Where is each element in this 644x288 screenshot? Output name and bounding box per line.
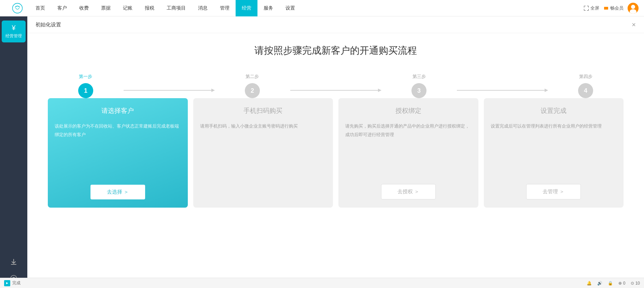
status-bar-left: ▶ 完成 bbox=[4, 280, 20, 286]
step-node-2: 第二步 2 bbox=[214, 74, 290, 98]
status-volume-icon: 🔊 bbox=[597, 281, 602, 286]
member-button[interactable]: 畅会员 bbox=[603, 5, 624, 11]
sidebar-download-button[interactable] bbox=[5, 255, 22, 269]
main-content: 初始化设置 × 请按照步骤完成新客户的开通购买流程 第一步 1 bbox=[27, 16, 644, 288]
step-node-4: 第四步 4 bbox=[548, 74, 624, 98]
card-title-1: 请选择客户 bbox=[55, 106, 181, 115]
cards-row: 请选择客户 该处展示的客户为不在回收站、客户状态正常建账后完成老板端绑定的所有客… bbox=[48, 98, 624, 208]
page-title: 初始化设置 bbox=[36, 22, 61, 28]
user-avatar[interactable] bbox=[628, 3, 639, 14]
step-label-4: 第四步 bbox=[579, 74, 592, 80]
status-text: 完成 bbox=[12, 280, 20, 286]
nav-item-manage[interactable]: 管理 bbox=[214, 0, 236, 16]
page-header: 初始化设置 × bbox=[27, 16, 644, 33]
go-authorize-button[interactable]: 去授权 ＞ bbox=[381, 184, 436, 199]
step-card-1: 请选择客户 该处展示的客户为不在回收站、客户状态正常建账后完成老板端绑定的所有客… bbox=[48, 98, 188, 208]
step-circle-1: 1 bbox=[78, 83, 93, 98]
svg-point-12 bbox=[631, 5, 635, 9]
nav-item-accounting[interactable]: 记账 bbox=[117, 0, 139, 16]
main-layout: ¥ 经营管理 初始化设置 × 请按照步骤完成新客户的开通购买流程 第一步 bbox=[0, 16, 644, 288]
nav-item-customer[interactable]: 客户 bbox=[51, 0, 73, 16]
nav-item-business[interactable]: 工商项目 bbox=[160, 0, 192, 16]
sidebar: ¥ 经营管理 bbox=[0, 16, 27, 288]
nav-item-service[interactable]: 服务 bbox=[257, 0, 279, 16]
svg-rect-4 bbox=[588, 6, 589, 8]
card-action-4: 去管理 ＞ bbox=[526, 184, 581, 199]
yuan-icon: ¥ bbox=[12, 24, 15, 32]
card-title-4: 设置完成 bbox=[491, 106, 617, 115]
card-desc-4: 设置完成后可以在管理列表进行所有企业用户的经营管理 bbox=[491, 122, 617, 131]
status-time: ⊙ 10 bbox=[631, 281, 640, 286]
go-select-button[interactable]: 去选择 ＞ bbox=[90, 185, 145, 199]
connector-arrow-2 bbox=[378, 89, 381, 92]
connector-1 bbox=[124, 90, 214, 91]
step-node-3: 第三步 3 bbox=[381, 74, 457, 98]
svg-rect-2 bbox=[584, 6, 584, 8]
go-manage-button[interactable]: 去管理 ＞ bbox=[526, 184, 581, 199]
svg-rect-14 bbox=[11, 264, 16, 265]
nav-item-fee[interactable]: 收费 bbox=[73, 0, 95, 16]
nav-item-tax[interactable]: 报税 bbox=[139, 0, 160, 16]
svg-rect-8 bbox=[588, 9, 589, 11]
flow-title: 请按照步骤完成新客户的开通购买流程 bbox=[48, 44, 624, 57]
card-action-1: 去选择 ＞ bbox=[90, 185, 145, 199]
connector-3 bbox=[457, 90, 548, 91]
nav-item-settings[interactable]: 设置 bbox=[279, 0, 301, 16]
step-label-2: 第二步 bbox=[246, 74, 259, 80]
connector-arrow-1 bbox=[211, 89, 215, 92]
nav-right: 全屏 畅会员 bbox=[584, 3, 639, 14]
nav-item-message[interactable]: 消息 bbox=[192, 0, 214, 16]
step-circle-2: 2 bbox=[245, 83, 260, 98]
fullscreen-button[interactable]: 全屏 bbox=[584, 5, 599, 11]
card-title-2: 手机扫码购买 bbox=[200, 106, 326, 115]
nav-item-operation[interactable]: 经营 bbox=[236, 0, 257, 16]
sidebar-item-operation[interactable]: ¥ 经营管理 bbox=[2, 21, 26, 42]
status-network: ⊕ 0 bbox=[618, 281, 625, 286]
flow-container: 请按照步骤完成新客户的开通购买流程 第一步 1 第二步 bbox=[27, 33, 644, 214]
step-card-4: 设置完成 设置完成后可以在管理列表进行所有企业用户的经营管理 去管理 ＞ bbox=[484, 98, 624, 208]
card-desc-2: 请用手机扫码，输入小微企业主账号密码进行购买 bbox=[200, 122, 326, 131]
card-action-3: 去授权 ＞ bbox=[381, 184, 436, 199]
status-bar-right: 🔔 🔊 🔒 ⊕ 0 ⊙ 10 bbox=[587, 281, 640, 286]
card-desc-1: 该处展示的客户为不在回收站、客户状态正常建账后完成老板端绑定的所有客户 bbox=[55, 122, 181, 139]
step-label-1: 第一步 bbox=[79, 74, 92, 80]
nav-items: 首页 客户 收费 票据 记账 报税 工商项目 消息 管理 经营 服务 设置 bbox=[29, 0, 584, 16]
steps-header: 第一步 1 第二步 2 bbox=[48, 74, 624, 98]
step-node-1: 第一步 1 bbox=[48, 74, 124, 98]
step-circle-4: 4 bbox=[578, 83, 593, 98]
play-button[interactable]: ▶ bbox=[4, 280, 10, 286]
nav-logo bbox=[5, 3, 29, 14]
connector-2 bbox=[290, 90, 381, 91]
top-navigation: 首页 客户 收费 票据 记账 报税 工商项目 消息 管理 经营 服务 设置 全屏… bbox=[0, 0, 644, 16]
step-card-2: 手机扫码购买 请用手机扫码，输入小微企业主账号密码进行购买 bbox=[193, 98, 333, 208]
nav-item-invoice[interactable]: 票据 bbox=[95, 0, 117, 16]
status-bar: ▶ 完成 🔔 🔊 🔒 ⊕ 0 ⊙ 10 bbox=[0, 278, 644, 288]
nav-item-home[interactable]: 首页 bbox=[29, 0, 51, 16]
status-lock-icon: 🔒 bbox=[608, 281, 613, 286]
step-circle-3: 3 bbox=[411, 83, 426, 98]
card-desc-3: 请先购买，购买后选择开通的产品中的企业用户进行授权绑定，成功后即可进行经营管理 bbox=[345, 122, 472, 139]
svg-point-0 bbox=[13, 3, 23, 13]
connector-arrow-3 bbox=[545, 89, 548, 92]
close-button[interactable]: × bbox=[632, 21, 636, 28]
svg-rect-6 bbox=[584, 9, 584, 11]
status-bell-icon: 🔔 bbox=[587, 281, 592, 286]
step-label-3: 第三步 bbox=[412, 74, 426, 80]
step-card-3: 授权绑定 请先购买，购买后选择开通的产品中的企业用户进行授权绑定，成功后即可进行… bbox=[338, 98, 478, 208]
card-title-3: 授权绑定 bbox=[345, 106, 472, 115]
